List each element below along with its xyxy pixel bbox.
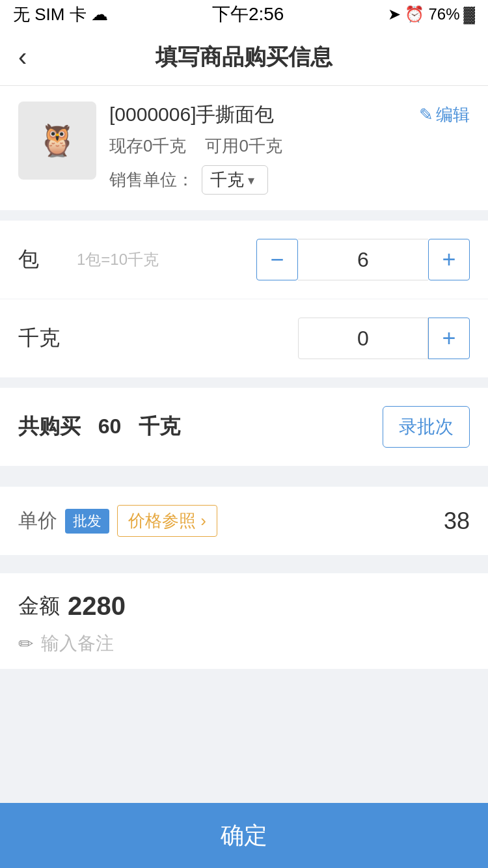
- status-left: 无 SIM 卡 ☁: [13, 3, 108, 26]
- summary-section: 共购买 60 千克 录批次: [0, 388, 488, 466]
- product-card: 🦉 [0000006]手撕面包 ✎ 编辑 现存0千克 可用0千克 销售单位： 千…: [0, 86, 488, 210]
- batch-button[interactable]: 录批次: [383, 406, 470, 448]
- kilogram-controls: +: [298, 318, 470, 359]
- section-divider: [0, 476, 488, 487]
- status-bar: 无 SIM 卡 ☁ 下午2:56 ➤ ⏰ 76% ▓: [0, 0, 488, 29]
- remark-row[interactable]: ✏ 输入备注: [18, 631, 470, 669]
- product-unit-row: 销售单位： 千克 ▾: [109, 165, 470, 195]
- package-minus-button[interactable]: −: [256, 239, 298, 280]
- price-label: 单价: [18, 508, 57, 534]
- no-sim-text: 无 SIM 卡 ☁: [13, 3, 108, 26]
- nav-bar: ‹ 填写商品购买信息: [0, 29, 488, 86]
- summary-quantity: 60: [98, 414, 122, 438]
- price-badge: 批发: [65, 509, 109, 534]
- product-name: [0000006]手撕面包: [109, 102, 274, 128]
- amount-row: 金额 2280: [18, 591, 470, 621]
- confirm-button[interactable]: 确定: [0, 803, 488, 868]
- status-right: ➤ ⏰ 76% ▓: [388, 5, 475, 23]
- pencil-icon: ✏: [18, 633, 33, 655]
- product-thumbnail-icon: 🦉: [38, 122, 77, 159]
- package-input-row: 包 1包=10千克 − +: [0, 221, 488, 299]
- price-value: 38: [444, 508, 470, 535]
- product-name-row: [0000006]手撕面包 ✎ 编辑: [109, 102, 470, 128]
- price-ref-label: 价格参照 ›: [128, 509, 206, 532]
- amount-value: 2280: [68, 591, 126, 621]
- package-label: 包: [18, 245, 70, 274]
- status-time: 下午2:56: [212, 2, 284, 27]
- remark-placeholder: 输入备注: [41, 631, 114, 656]
- back-button[interactable]: ‹: [18, 42, 27, 72]
- package-hint: 1包=10千克: [77, 249, 256, 270]
- package-controls: − +: [256, 239, 470, 280]
- battery-text: 76%: [428, 5, 459, 23]
- summary-prefix: 共购买: [18, 414, 81, 438]
- edit-icon: ✎: [419, 105, 433, 125]
- available-text: 可用0千克: [205, 136, 282, 156]
- edit-label: 编辑: [436, 103, 470, 126]
- price-section: 单价 批发 价格参照 › 38: [0, 487, 488, 555]
- price-ref-button[interactable]: 价格参照 ›: [117, 505, 217, 537]
- kilogram-plus-button[interactable]: +: [428, 318, 470, 359]
- package-plus-button[interactable]: +: [428, 239, 470, 280]
- package-input-section: 包 1包=10千克 − + 千克 +: [0, 221, 488, 377]
- location-icon: ➤: [388, 5, 401, 23]
- package-input[interactable]: [298, 239, 428, 280]
- price-row: 单价 批发 价格参照 › 38: [18, 505, 470, 537]
- edit-button[interactable]: ✎ 编辑: [419, 103, 470, 126]
- unit-select[interactable]: 千克 ▾: [202, 165, 268, 195]
- amount-label: 金额: [18, 592, 60, 621]
- summary-text: 共购买 60 千克: [18, 413, 180, 441]
- chevron-down-icon: ▾: [248, 172, 254, 188]
- kilogram-input-row: 千克 +: [0, 299, 488, 377]
- page-title: 填写商品购买信息: [156, 42, 332, 72]
- stock-text: 现存0千克: [109, 136, 186, 156]
- kilogram-label: 千克: [18, 324, 70, 353]
- unit-label: 销售单位：: [109, 169, 194, 191]
- amount-section: 金额 2280 ✏ 输入备注: [0, 555, 488, 669]
- battery-icon: ▓: [463, 5, 475, 23]
- product-stock: 现存0千克 可用0千克: [109, 135, 470, 157]
- summary-unit: 千克: [139, 414, 180, 438]
- kilogram-input[interactable]: [298, 318, 428, 359]
- unit-value: 千克: [210, 169, 244, 191]
- product-info: [0000006]手撕面包 ✎ 编辑 现存0千克 可用0千克 销售单位： 千克 …: [109, 102, 470, 195]
- alarm-icon: ⏰: [405, 5, 424, 23]
- product-image: 🦉: [18, 102, 96, 180]
